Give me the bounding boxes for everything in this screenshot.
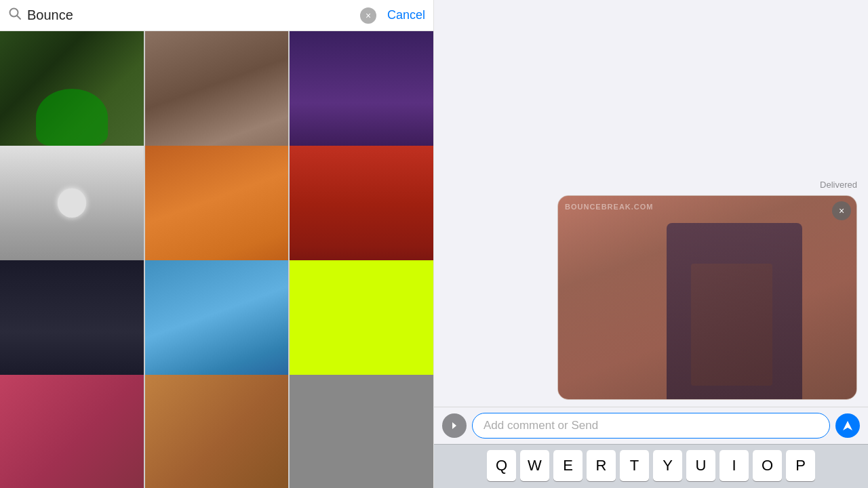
gif-preview[interactable]: × BOUNCEBREAK.COM: [557, 195, 857, 400]
key-T[interactable]: T: [620, 450, 649, 481]
close-preview-button[interactable]: ×: [832, 201, 851, 220]
key-I[interactable]: I: [719, 450, 749, 481]
expand-button[interactable]: [442, 413, 467, 438]
key-Q[interactable]: Q: [487, 450, 516, 481]
clear-search-button[interactable]: ×: [360, 7, 376, 24]
clear-icon: ×: [366, 10, 371, 21]
key-E[interactable]: E: [553, 450, 583, 481]
gif-item[interactable]: [290, 375, 433, 488]
messages-panel: Delivered × BOUNCEBREAK.COM: [434, 0, 868, 488]
gif-item[interactable]: [0, 375, 144, 488]
message-input[interactable]: [472, 413, 830, 439]
send-button[interactable]: [835, 413, 860, 438]
messages-area: Delivered × BOUNCEBREAK.COM: [434, 0, 868, 407]
key-W[interactable]: W: [520, 450, 549, 481]
key-R[interactable]: R: [587, 450, 616, 481]
search-bar: × Cancel: [0, 0, 433, 31]
gif-item[interactable]: [145, 375, 289, 488]
gif-search-panel: × Cancel bounce, bounce, stretch: [0, 0, 434, 488]
key-Y[interactable]: Y: [653, 450, 682, 481]
key-O[interactable]: O: [753, 450, 782, 481]
svg-marker-2: [452, 422, 456, 429]
key-U[interactable]: U: [686, 450, 715, 481]
keyboard: Q W E R T Y U I O P: [434, 444, 868, 488]
search-input[interactable]: [27, 7, 355, 23]
keyboard-row-1: Q W E R T Y U I O P: [437, 450, 865, 481]
svg-marker-3: [843, 421, 852, 430]
input-bar: [434, 407, 868, 444]
key-P[interactable]: P: [786, 450, 815, 481]
cancel-button[interactable]: Cancel: [382, 8, 425, 22]
gif-grid: bounce, bounce, stretch: [0, 31, 433, 488]
delivered-label: Delivered: [445, 180, 857, 190]
search-icon: [8, 7, 22, 24]
gif-preview-image: BOUNCEBREAK.COM: [558, 196, 856, 399]
svg-line-1: [17, 16, 20, 19]
close-icon: ×: [839, 205, 844, 216]
